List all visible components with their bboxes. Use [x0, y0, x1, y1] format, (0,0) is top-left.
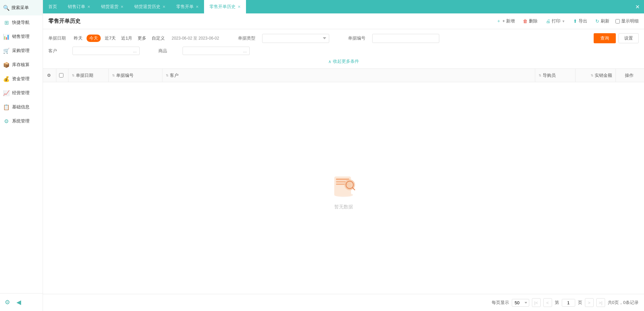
collapse-icon: ∧	[328, 59, 332, 64]
sort-date-icon[interactable]: ⇅	[72, 73, 75, 77]
sidebar-item-purchase-mgmt[interactable]: 🛒 采购管理	[0, 44, 43, 58]
empty-state: 暂无数据	[43, 82, 644, 294]
last-page-button[interactable]: >|	[596, 298, 605, 307]
sidebar-item-basic-info[interactable]: 📋 基础信息	[0, 100, 43, 114]
prev-page-button[interactable]: <	[543, 298, 552, 307]
per-page-select[interactable]: 20 50 100 200	[512, 299, 529, 307]
date-opt-yesterday[interactable]: 昨天	[72, 35, 84, 42]
tab-sales-return-history-close[interactable]: ✕	[162, 5, 165, 9]
date-opt-1month[interactable]: 近1月	[120, 35, 134, 42]
sidebar-item-system-mgmt[interactable]: ⚙ 系统管理	[0, 114, 43, 128]
customer-filter-dots[interactable]: ...	[133, 48, 137, 53]
no-filter-input[interactable]	[372, 34, 439, 43]
sidebar-search[interactable]: 🔍 搜索采单	[0, 0, 43, 15]
sales-mgmt-icon: 📊	[3, 34, 9, 40]
tab-sales-return-close[interactable]: ✕	[120, 5, 123, 9]
customer-filter-label: 客户	[48, 48, 67, 54]
print-button[interactable]: 🖨 打印 ▼	[544, 17, 567, 25]
sidebar-bottom: ⚙ ◀	[0, 293, 43, 311]
goods-filter-dots[interactable]: ...	[243, 48, 247, 53]
sidebar-item-sales-mgmt[interactable]: 📊 销售管理	[0, 30, 43, 44]
svg-rect-2	[336, 178, 349, 180]
tab-retail-open-history-close[interactable]: ✕	[238, 5, 241, 9]
tab-sales-return-history[interactable]: 销货退货历史 ✕	[129, 0, 171, 13]
print-label: 打印	[552, 18, 560, 24]
finance-icon: 💰	[3, 76, 9, 82]
sidebar-item-label: 采购管理	[12, 48, 30, 54]
date-opt-7days[interactable]: 近7天	[103, 35, 117, 42]
sort-amount-icon[interactable]: ⇅	[591, 73, 593, 77]
export-button[interactable]: ⬆ 导出	[571, 17, 589, 25]
sidebar-search-label: 搜索采单	[11, 5, 29, 11]
collapse-filter-bar[interactable]: ∧ 收起更多条件	[48, 58, 639, 64]
date-opt-custom[interactable]: 自定义	[150, 35, 166, 42]
th-settings[interactable]: ⚙	[44, 69, 56, 82]
tab-home[interactable]: 首页	[43, 0, 62, 13]
export-icon: ⬆	[573, 18, 577, 24]
sidebar-item-quick-nav[interactable]: ⊞ 快捷导航	[0, 15, 43, 30]
collapse-sidebar-icon[interactable]: ◀	[15, 298, 23, 306]
display-detail-input[interactable]	[615, 19, 620, 23]
display-detail-checkbox[interactable]: 显示明细	[615, 18, 639, 24]
sort-customer-icon[interactable]: ⇅	[166, 73, 168, 77]
th-guide[interactable]: ⇅ 导购员	[535, 69, 576, 82]
type-filter-select[interactable]	[262, 34, 329, 43]
select-all-checkbox[interactable]	[59, 73, 63, 77]
page-input[interactable]	[562, 299, 575, 307]
window-close-button[interactable]: ✕	[631, 0, 644, 13]
th-guide-label: 导购员	[543, 72, 556, 79]
per-page-label: 每页显示	[492, 300, 509, 306]
svg-rect-3	[336, 181, 346, 183]
tab-retail-open[interactable]: 零售开单 ✕	[171, 0, 204, 13]
tab-sales-return[interactable]: 销货退货 ✕	[96, 0, 129, 13]
sort-no-icon[interactable]: ⇅	[112, 73, 115, 77]
date-opt-more[interactable]: 更多	[136, 35, 148, 42]
gear-icon: ⚙	[47, 73, 51, 78]
filter-date-options: 昨天 今天 近7天 近1月 更多 自定义	[72, 35, 166, 42]
settings-button[interactable]: 设置	[618, 33, 639, 43]
th-customer[interactable]: ⇅ 客户	[162, 69, 535, 82]
empty-illustration	[327, 166, 360, 200]
first-page-button[interactable]: |<	[532, 298, 541, 307]
collapse-label: 收起更多条件	[333, 58, 359, 64]
refresh-button[interactable]: ↻ 刷新	[593, 17, 611, 25]
page-title: 零售开单历史	[48, 18, 81, 25]
filter-row-1: 单据日期 昨天 今天 近7天 近1月 更多 自定义 2023-06-02 至 2…	[48, 33, 639, 43]
main-area: 首页 销售订单 ✕ 销货退货 ✕ 销货退货历史 ✕ 零售开单 ✕ 零售开单历史 …	[43, 0, 644, 311]
tab-retail-open-history[interactable]: 零售开单历史 ✕	[204, 0, 246, 13]
tab-retail-open-close[interactable]: ✕	[196, 5, 199, 9]
settings-bottom-icon[interactable]: ⚙	[3, 298, 11, 306]
th-customer-label: 客户	[170, 72, 179, 79]
delete-button[interactable]: 🗑 删除	[521, 17, 540, 25]
tab-retail-open-label: 零售开单	[176, 4, 194, 10]
th-amount[interactable]: ⇅ 实销金额	[576, 69, 616, 82]
tab-sales-return-history-label: 销货退货历史	[134, 4, 160, 10]
th-checkbox[interactable]	[56, 69, 68, 82]
add-label: + 新增	[502, 18, 515, 24]
print-dropdown-icon: ▼	[562, 19, 565, 23]
sidebar-item-inventory[interactable]: 📦 库存核算	[0, 58, 43, 72]
sidebar-item-finance[interactable]: 💰 资金管理	[0, 72, 43, 86]
page-label: 第	[555, 300, 559, 306]
tab-sales-order[interactable]: 销售订单 ✕	[62, 0, 96, 13]
tab-home-label: 首页	[48, 4, 57, 10]
sidebar: 🔍 搜索采单 ⊞ 快捷导航 📊 销售管理 🛒 采购管理 📦 库存核算 💰 资金管…	[0, 0, 43, 311]
sidebar-item-label: 资金管理	[12, 76, 30, 82]
next-page-button[interactable]: >	[585, 298, 594, 307]
tab-sales-order-close[interactable]: ✕	[87, 5, 90, 9]
th-amount-label: 实销金额	[595, 72, 612, 79]
delete-label: 删除	[529, 18, 538, 24]
add-button[interactable]: ＋ + 新增	[494, 17, 517, 25]
table-area: ⚙ ⇅ 单据日期 ⇅ 单据编号 ⇅ 客户 ⇅	[43, 69, 644, 311]
sort-guide-icon[interactable]: ⇅	[539, 73, 541, 77]
query-button[interactable]: 查询	[594, 33, 616, 43]
filter-area: 单据日期 昨天 今天 近7天 近1月 更多 自定义 2023-06-02 至 2…	[43, 29, 644, 69]
sidebar-item-label: 快捷导航	[12, 19, 30, 25]
display-detail-label: 显示明细	[621, 18, 639, 24]
purchase-mgmt-icon: 🛒	[3, 48, 9, 54]
th-no[interactable]: ⇅ 单据编号	[109, 69, 162, 82]
date-opt-today[interactable]: 今天	[87, 35, 101, 42]
sidebar-item-label: 系统管理	[12, 118, 30, 124]
sidebar-item-operations[interactable]: 📈 经营管理	[0, 86, 43, 100]
th-date[interactable]: ⇅ 单据日期	[68, 69, 109, 82]
